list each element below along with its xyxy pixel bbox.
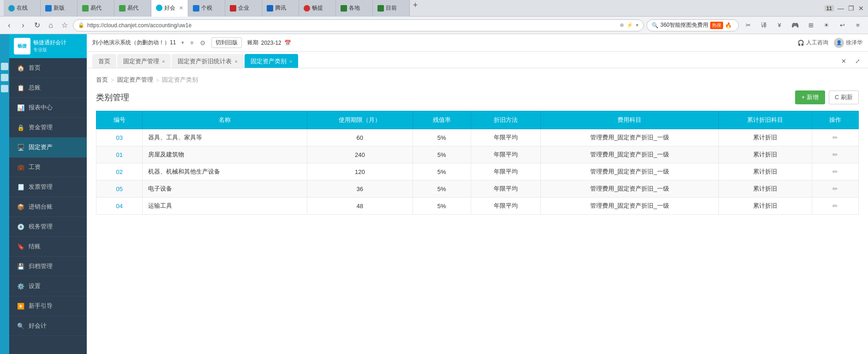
breadcrumb-current: 固定资产类别 [162, 76, 198, 84]
sidebar-item-salary[interactable]: 💼 工资 [9, 157, 87, 177]
sidebar-item-archive[interactable]: 💾 归档管理 [9, 257, 87, 276]
service-btn[interactable]: 🎧 人工咨询 [797, 39, 828, 47]
add-btn[interactable]: + 新增 [795, 90, 825, 104]
wallet-icon[interactable]: ¥ [773, 19, 786, 32]
browser-tab-10[interactable]: 各地 [336, 0, 373, 17]
cell-method-2: 年限平均 [471, 163, 541, 180]
sidebar-item-guide[interactable]: ▶️ 新手引导 [9, 296, 87, 316]
tab-fixed-mgmt[interactable]: 固定资产管理 × [117, 54, 171, 68]
scissors-icon[interactable]: ✂ [742, 19, 754, 32]
tab-fixed-category-close-icon[interactable]: × [289, 59, 292, 64]
browser-tab-2[interactable]: 新版 [41, 0, 78, 17]
tab-fixed-mgmt-close-icon[interactable]: × [162, 59, 165, 64]
cell-method-1: 年限平均 [471, 146, 541, 163]
cell-method-0: 年限平均 [471, 129, 541, 146]
sidebar-label-settings: 设置 [29, 282, 41, 290]
add-account-btn[interactable]: + [190, 39, 194, 47]
page-content: 首页 > 固定资产管理 > 固定资产类别 类别管理 + 新增 C 刷新 编号 [87, 68, 868, 354]
browser-tab-4[interactable]: 易代 [114, 0, 151, 17]
breadcrumb-fixed-mgmt[interactable]: 固定资产管理 [117, 76, 153, 84]
cell-id-4[interactable]: 04 [96, 198, 143, 215]
edit-btn-4[interactable]: ✏ [832, 202, 838, 210]
switch-version-btn[interactable]: 切到旧版 [211, 37, 242, 48]
sidebar-header[interactable]: 畅捷 畅捷通好会计 专业版 [9, 34, 87, 58]
sidebar-item-home[interactable]: 🏠 首页 [9, 58, 87, 78]
cell-method-4: 年限平均 [471, 198, 541, 215]
cell-period-4: 48 [307, 198, 413, 215]
page-title: 类别管理 [96, 92, 129, 103]
cell-period-3: 36 [307, 180, 413, 198]
sidebar-item-ledger[interactable]: 📋 总账 [9, 78, 87, 98]
cell-id-3[interactable]: 05 [96, 180, 143, 198]
report-icon: 📊 [17, 103, 25, 112]
sidebar-item-report[interactable]: 📊 报表中心 [9, 98, 87, 118]
page-actions: + 新增 C 刷新 [795, 90, 859, 104]
breadcrumb-home[interactable]: 首页 [96, 76, 108, 84]
sidebar-item-fixed-asset[interactable]: 🖥️ 固定资产 [9, 138, 87, 157]
tab-home[interactable]: 首页 [92, 54, 116, 68]
url-bar[interactable]: 🔒 https://cloud.chanjet.com/accounting/u… [73, 19, 644, 31]
refresh-btn[interactable]: C 刷新 [829, 90, 859, 104]
game-icon[interactable]: 🎮 [789, 19, 802, 32]
cell-id-0[interactable]: 03 [96, 129, 143, 146]
sidebar-label-guide: 新手引导 [29, 302, 53, 310]
table-row: 03 器具、工具、家具等 60 5% 年限平均 管理费用_固定资产折旧_一级 累… [96, 129, 859, 146]
sidebar-item-tax[interactable]: 💿 税务管理 [9, 217, 87, 237]
cell-id-2[interactable]: 02 [96, 163, 143, 180]
home-nav-btn[interactable]: ⌂ [45, 20, 56, 31]
minimize-btn[interactable]: — [838, 5, 844, 12]
grid-icon[interactable]: ⊞ [804, 19, 817, 32]
table-row: 05 电子设备 36 5% 年限平均 管理费用_固定资产折旧_一级 累计折旧 ✏ [96, 180, 859, 198]
sidebar-label-stock: 进销台账 [29, 203, 53, 211]
translate-icon[interactable]: 译 [757, 19, 770, 32]
new-tab-btn[interactable]: + [410, 0, 421, 11]
browser-tab-7[interactable]: 企业 [225, 0, 262, 17]
bookmark-btn[interactable]: ☆ [59, 20, 70, 31]
cell-accumulated-0: 累计折旧 [718, 129, 812, 146]
edge-icon-2 [1, 74, 8, 81]
calendar-icon[interactable]: 📅 [284, 40, 291, 46]
edit-btn-3[interactable]: ✏ [832, 185, 838, 192]
sidebar-item-checkout[interactable]: 🔖 结账 [9, 237, 87, 257]
edit-btn-1[interactable]: ✏ [832, 151, 838, 158]
user-dropdown-icon[interactable]: ▾ [181, 40, 184, 46]
sidebar-item-fund[interactable]: 🔒 资金管理 [9, 118, 87, 138]
browser-tab-5[interactable]: 好会 ✕ [151, 0, 188, 17]
restore-btn[interactable]: ❐ [848, 5, 854, 12]
tab-fixed-category[interactable]: 固定资产类别 × [245, 54, 298, 68]
browser-tab-11[interactable]: 目前 [373, 0, 410, 17]
browser-tab-3[interactable]: 易代 [78, 0, 114, 17]
sun-icon[interactable]: ☀ [820, 19, 833, 32]
cell-id-1[interactable]: 01 [96, 146, 143, 163]
settings-gear-icon[interactable]: ⚙ [200, 39, 206, 47]
forward-btn[interactable]: › [18, 20, 29, 31]
sidebar-item-hotline[interactable]: 🔍 好会计 [9, 316, 87, 336]
cell-name-0: 器具、工具、家具等 [143, 129, 307, 146]
sidebar-item-stock[interactable]: 📦 进销台账 [9, 197, 87, 217]
undo-icon[interactable]: ↩ [836, 19, 849, 32]
sidebar-item-invoice[interactable]: 🧾 发票管理 [9, 177, 87, 197]
browser-tab-1[interactable]: 在线 [4, 0, 41, 17]
cell-accumulated-1: 累计折旧 [718, 146, 812, 163]
browser-tab-8[interactable]: 腾讯 [262, 0, 299, 17]
user-profile-btn[interactable]: 👤 徐泽华 [834, 38, 862, 48]
maximize-tab-btn[interactable]: ⤢ [852, 56, 862, 66]
tab-5-close-icon[interactable]: ✕ [179, 5, 183, 11]
close-all-tabs-btn[interactable]: ✕ [838, 56, 849, 66]
search-bar[interactable]: 🔍 360智能抠图免费用 热搜 🔥 [647, 19, 739, 31]
reload-btn[interactable]: ↻ [31, 20, 42, 31]
edit-btn-0[interactable]: ✏ [832, 134, 838, 141]
sidebar-label-fund: 资金管理 [29, 123, 53, 132]
menu-icon[interactable]: ≡ [851, 19, 864, 32]
tab-fixed-depreciation[interactable]: 固定资产折旧统计表 × [172, 54, 243, 68]
dropdown-icon[interactable]: ▾ [636, 22, 639, 28]
cell-period-0: 60 [307, 129, 413, 146]
tab-fixed-depreciation-close-icon[interactable]: × [234, 59, 237, 64]
close-btn[interactable]: ✕ [858, 5, 864, 12]
back-btn[interactable]: ‹ [4, 20, 15, 31]
browser-tab-9[interactable]: 畅提 [299, 0, 336, 17]
browser-tab-6[interactable]: 个税 [188, 0, 225, 17]
sidebar-item-settings[interactable]: ⚙️ 设置 [9, 276, 87, 296]
edit-btn-2[interactable]: ✏ [832, 168, 838, 175]
browser-chrome: 在线 新版 易代 易代 好会 ✕ 个税 企业 腾讯 [0, 0, 868, 17]
